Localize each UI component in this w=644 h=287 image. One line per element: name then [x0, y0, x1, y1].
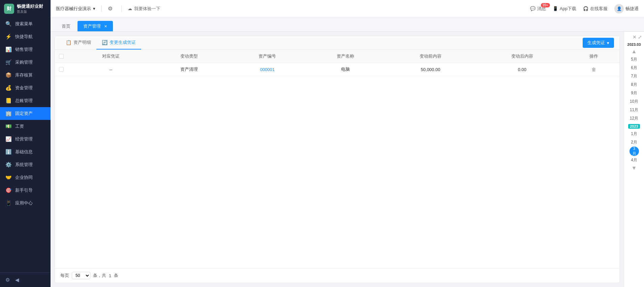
- inventory-label: 库存核算: [15, 72, 33, 78]
- content-area: 📋 资产明细 🔄 变更生成凭证 生成凭证 ▾: [51, 32, 644, 287]
- sidebar-logo: 财 畅捷通好业财 普及版: [0, 0, 51, 18]
- main-panel: 📋 资产明细 🔄 变更生成凭证 生成凭证 ▾: [55, 36, 620, 283]
- operations-icon: 📈: [5, 136, 12, 142]
- sub-tabs-right: 生成凭证 ▾: [583, 38, 614, 48]
- inventory-icon: 📦: [5, 72, 12, 78]
- calendar-month-item[interactable]: 2月: [624, 138, 644, 147]
- operations-label: 经营管理: [15, 136, 33, 142]
- calendar-month-item[interactable]: 9月: [624, 89, 644, 97]
- sidebar-item-sales[interactable]: 📊销售管理: [0, 43, 51, 56]
- tab-asset-management[interactable]: 资产管理 ✕: [78, 21, 113, 31]
- tab-close-icon[interactable]: ✕: [104, 24, 107, 28]
- calendar-header: ✕ ⤢: [624, 32, 644, 41]
- generate-voucher-button[interactable]: 生成凭证 ▾: [583, 38, 614, 48]
- calendar-next-arrow[interactable]: ▼: [624, 164, 644, 172]
- message-button[interactable]: 💬 消息 99+: [530, 6, 546, 12]
- settings-footer-icon[interactable]: ⚙: [5, 277, 10, 283]
- column-asset-code: 资产编号: [228, 50, 306, 63]
- sidebar-item-apps[interactable]: 📱应用中心: [0, 197, 51, 210]
- calendar-prev-arrow[interactable]: ▲: [624, 48, 644, 55]
- sidebar-item-guide[interactable]: 🎯新手引导: [0, 184, 51, 197]
- sidebar-item-inventory[interactable]: 📦库存核算: [0, 69, 51, 82]
- column-before-change: 变动前内容: [385, 50, 477, 63]
- company-selector[interactable]: 医疗器械行业演示 ▾: [56, 6, 95, 12]
- sub-tab-change-voucher[interactable]: 🔄 变更生成凭证: [96, 36, 141, 50]
- cell-check: [55, 63, 72, 76]
- calendar-month-item[interactable]: 11月: [624, 106, 644, 114]
- calendar-month-item[interactable]: 8月: [624, 81, 644, 89]
- table-container: 对应凭证 变动类型 资产编号 资产名称 变动前内容 变动后内容 操作 -- 资产…: [55, 50, 619, 268]
- calendar-month-item[interactable]: 12月: [624, 114, 644, 123]
- finance-label: 资金管理: [15, 85, 33, 91]
- total-count: 1: [109, 273, 111, 278]
- calendar-month-item[interactable]: 7月: [624, 72, 644, 81]
- sidebar-item-ledger[interactable]: 📒总账管理: [0, 94, 51, 107]
- calendar-month-item[interactable]: 4月: [624, 156, 644, 164]
- asset-detail-tab-label: 资产明细: [73, 39, 91, 45]
- app-download-button[interactable]: 📱 App下载: [553, 6, 576, 12]
- asset-detail-tab-icon: 📋: [66, 40, 71, 45]
- topbar-divider-2: [121, 5, 122, 12]
- calendar-month-item[interactable]: 5月: [624, 55, 644, 64]
- sidebar-item-finance[interactable]: 💰资金管理: [0, 82, 51, 94]
- sidebar-item-payroll[interactable]: 💵工资: [0, 120, 51, 133]
- search-icon: 🔍: [5, 21, 12, 27]
- ledger-label: 总账管理: [15, 98, 33, 104]
- payroll-icon: 💵: [5, 123, 12, 129]
- sidebar-item-search[interactable]: 🔍搜索菜单: [0, 18, 51, 30]
- fixed_asset-icon: 🏢: [5, 110, 12, 117]
- calendar-expand-button[interactable]: ⤢: [638, 34, 642, 40]
- payroll-label: 工资: [15, 123, 24, 129]
- sidebar-scroll: 🔍搜索菜单⚡快捷导航📊销售管理🛒采购管理📦库存核算💰资金管理📒总账管理🏢固定资产…: [0, 18, 51, 273]
- calendar-close-button[interactable]: ✕: [633, 34, 637, 40]
- delete-row-button[interactable]: 🗑: [591, 67, 596, 72]
- main-area: 医疗器械行业演示 ▾ ⚙ ☁ 我要体验一下 💬 消息 99+ 📱 App下载 🎧…: [51, 0, 644, 287]
- sidebar-item-system[interactable]: ⚙️系统管理: [0, 158, 51, 171]
- sidebar-item-quick_nav[interactable]: ⚡快捷导航: [0, 30, 51, 43]
- calendar-month-item[interactable]: 6月: [624, 64, 644, 72]
- calendar-months-2023: 1月2月3月4月: [624, 130, 644, 164]
- cell-before-change: 50,000.00: [385, 63, 477, 76]
- select-all-checkbox[interactable]: [59, 54, 64, 59]
- sales-icon: 📊: [5, 46, 12, 53]
- change-voucher-tab-icon: 🔄: [102, 40, 108, 45]
- sidebar-item-fixed_asset[interactable]: 🏢固定资产: [0, 107, 51, 120]
- table-header-row: 对应凭证 变动类型 资产编号 资产名称 变动前内容 变动后内容 操作: [55, 50, 619, 63]
- per-page-suffix: 条，共: [93, 273, 106, 279]
- row-checkbox[interactable]: [59, 67, 64, 72]
- calendar-month-item[interactable]: 1月: [624, 130, 644, 138]
- generate-voucher-label: 生成凭证: [587, 40, 605, 46]
- sidebar-item-basic_info[interactable]: ℹ️基础信息: [0, 146, 51, 158]
- column-check: [55, 50, 72, 63]
- generate-voucher-dropdown-icon: ▾: [607, 40, 609, 45]
- guide-icon: 🎯: [5, 187, 12, 193]
- fixed_asset-label: 固定资产: [15, 110, 33, 117]
- cell-action: 🗑: [568, 63, 619, 76]
- sidebar-item-enterprise[interactable]: 🤝企业协同: [0, 171, 51, 184]
- collapse-footer-icon[interactable]: ◀: [15, 277, 19, 283]
- quick_nav-label: 快捷导航: [15, 34, 33, 40]
- user-menu[interactable]: 👤 畅捷通: [614, 4, 639, 13]
- experience-button[interactable]: ☁ 我要体验一下: [128, 6, 160, 12]
- sidebar-item-operations[interactable]: 📈经营管理: [0, 133, 51, 146]
- online-service-button[interactable]: 🎧 在线客服: [583, 6, 608, 12]
- message-icon: 💬: [530, 6, 535, 11]
- basic_info-icon: ℹ️: [5, 149, 12, 155]
- sidebar-footer: ⚙ ◀: [0, 273, 51, 287]
- tab-home[interactable]: 首页: [56, 21, 76, 31]
- calendar-month-item[interactable]: 3月: [630, 147, 639, 156]
- sub-tab-asset-detail[interactable]: 📋 资产明细: [60, 36, 96, 50]
- calendar-month-item[interactable]: 10月: [624, 97, 644, 106]
- company-name: 医疗器械行业演示: [56, 6, 91, 12]
- page-size-select[interactable]: 50 10 20 100: [72, 272, 90, 279]
- change-voucher-tab-label: 变更生成凭证: [110, 39, 136, 45]
- table-body: -- 资产清理 000001 电脑 50,000.00 0.00 🗑: [55, 63, 619, 76]
- column-asset-name: 资产名称: [306, 50, 385, 63]
- sidebar-item-purchase[interactable]: 🛒采购管理: [0, 56, 51, 69]
- calendar-current-label: 2023.03: [624, 41, 644, 48]
- guide-label: 新手引导: [15, 187, 33, 193]
- cell-after-change: 0.00: [476, 63, 568, 76]
- topbar-settings-icon[interactable]: ⚙: [108, 5, 113, 12]
- experience-label: 我要体验一下: [134, 6, 160, 12]
- app-logo-text: 畅捷通好业财 普及版: [17, 4, 43, 14]
